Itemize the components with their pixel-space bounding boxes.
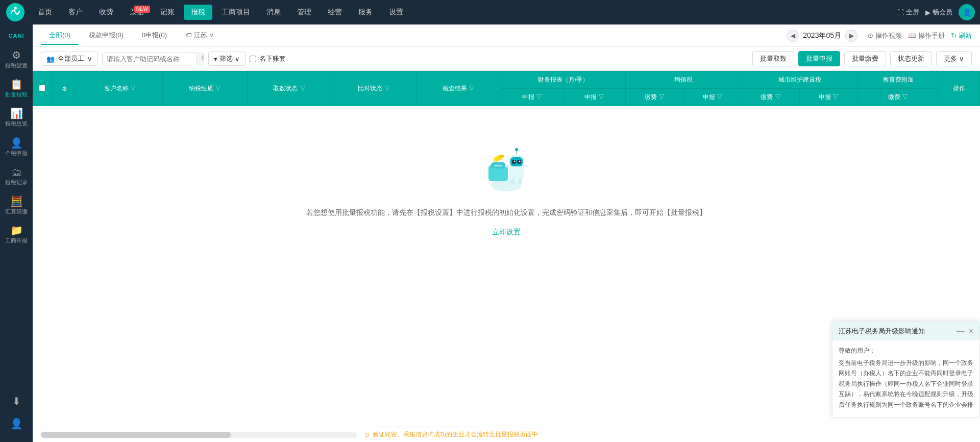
nav-message[interactable]: 消息 xyxy=(259,5,288,20)
tax-records-icon: 🗂 xyxy=(11,167,21,177)
sidebar-item-personal-tax[interactable]: 👤 个税申报 xyxy=(0,133,33,162)
next-month-button[interactable]: ▶ xyxy=(845,30,857,42)
tab-all[interactable]: 全部(0) xyxy=(41,27,79,45)
th-edu-declare[interactable]: 申报 ▽ xyxy=(800,89,858,106)
top-right-actions: ⛶ 全屏 ▶ 畅会员 👤 xyxy=(897,4,975,20)
nav-business[interactable]: 工商项目 xyxy=(214,5,257,20)
refresh-button[interactable]: ↻ 刷新 xyxy=(951,31,972,40)
sidebar-item-user[interactable]: 👤 xyxy=(8,413,25,434)
nav-home[interactable]: 首页 xyxy=(31,5,59,20)
sidebar-item-tax-records[interactable]: 🗂 报税记录 xyxy=(0,162,33,191)
tax-settings-icon: ⚙ xyxy=(12,50,21,60)
operation-video-button[interactable]: ⊙ 操作视频 xyxy=(868,31,902,40)
nav-service[interactable]: 服务 xyxy=(351,5,380,20)
user-avatar[interactable]: 👤 xyxy=(959,4,975,20)
status-update-button[interactable]: 状态更新 xyxy=(890,51,932,66)
dropdown-icon: ∨ xyxy=(209,31,214,39)
download-icon: ⬇ xyxy=(12,396,21,406)
name-accounts-checkbox[interactable] xyxy=(250,56,256,62)
manual-icon: 📖 xyxy=(908,32,916,39)
checkbox-label: 名下账套 xyxy=(259,54,286,63)
vip-button[interactable]: ▶ 畅会员 xyxy=(925,8,952,17)
tax-overview-icon: 📊 xyxy=(10,108,23,118)
batch-declare-button[interactable]: 批量申报 xyxy=(798,51,840,66)
notification-title: 江苏电子税务局升级影响通知 xyxy=(839,327,925,336)
sidebar-item-batch-tax[interactable]: 📋 批量报税 xyxy=(0,74,33,103)
sidebar-item-annual-report[interactable]: 📁 工商年报 xyxy=(0,220,33,249)
nav-tax[interactable]: 报税 xyxy=(184,5,212,20)
svg-rect-17 xyxy=(505,165,510,167)
notification-close-button[interactable]: × xyxy=(969,327,973,336)
empty-state: 若您想使用批量报税功能，请先在【报税设置】中进行报税的初始化设置，完成密码验证和… xyxy=(33,106,980,267)
th-financial-declare[interactable]: 申报 ▽ xyxy=(501,89,564,106)
month-navigation: ◀ 2023年05月 ▶ xyxy=(787,30,857,42)
tabs-bar: 全部(0) 税款申报(0) 0申报(0) 🏷 江苏 ∨ ◀ 2023年05月 ▶… xyxy=(33,24,980,47)
horizontal-scrollbar[interactable] xyxy=(41,432,361,438)
th-financial-report: 财务报表（月/季） xyxy=(501,71,626,89)
search-button[interactable]: 🔍 xyxy=(197,53,204,65)
th-city-pay[interactable]: 缴费 ▽ xyxy=(742,89,800,106)
bottom-bar: ⊙ 验证账密、采集信息均成功的企业才会流转至批量报税页面中 xyxy=(33,427,980,442)
th-customer-name[interactable]: 客户名称 ▽ xyxy=(78,71,163,106)
setup-link[interactable]: 立即设置 xyxy=(492,228,521,237)
th-compare-status[interactable]: 比对状态 ▽ xyxy=(332,71,416,106)
th-vat-pay[interactable]: 缴费 ▽ xyxy=(626,89,684,106)
nav-ticket[interactable]: 票据 NEW xyxy=(122,5,151,20)
th-vat-declare[interactable]: 申报 ▽ xyxy=(564,89,626,106)
th-edu-pay[interactable]: 缴费 ▽ xyxy=(857,89,939,106)
th-checkbox[interactable] xyxy=(33,71,52,106)
tab-zero-declare[interactable]: 0申报(0) xyxy=(134,27,175,45)
user-icon: 👤 xyxy=(10,419,23,429)
svg-point-14 xyxy=(519,161,521,162)
tab-jiangsu[interactable]: 🏷 江苏 ∨ xyxy=(177,27,223,45)
scroll-track xyxy=(41,432,357,438)
toolbar-right-buttons: 批量取数 批量申报 批量缴费 状态更新 更多 ∨ xyxy=(752,51,972,66)
fullscreen-button[interactable]: ⛶ 全屏 xyxy=(897,8,919,17)
svg-rect-18 xyxy=(523,165,528,167)
app-logo[interactable] xyxy=(5,2,26,22)
more-button[interactable]: 更多 ∨ xyxy=(936,51,972,66)
svg-rect-19 xyxy=(511,179,515,184)
select-all-checkbox[interactable] xyxy=(39,85,45,91)
nav-settings[interactable]: 设置 xyxy=(382,5,410,20)
operation-manual-button[interactable]: 📖 操作手册 xyxy=(908,31,945,40)
notification-content: 受当前电子税务局进一步升级的影响，同一个政务网账号（办税人）名下的企业不能再同时… xyxy=(839,358,973,410)
sidebar-item-download[interactable]: ⬇ xyxy=(8,391,25,411)
th-fetch-status[interactable]: 取数状态 ▽ xyxy=(247,71,332,106)
th-operation: 操作 xyxy=(939,71,980,106)
nav-bookkeeping[interactable]: 记账 xyxy=(153,5,182,20)
fullscreen-icon: ⛶ xyxy=(897,9,904,16)
prev-month-button[interactable]: ◀ xyxy=(787,30,799,42)
notification-body: 尊敬的用户： 受当前电子税务局进一步升级的影响，同一个政务网账号（办税人）名下的… xyxy=(832,340,979,417)
toolbar: 👥 全部员工 ∨ 🔍 ▾ 筛选 ∨ 名下账套 批量取数 批量申报 批量缴费 xyxy=(33,47,980,71)
sidebar: CANI ⚙ 报税设置 📋 批量报税 📊 报税总览 👤 个税申报 🗂 报税记录 … xyxy=(0,24,33,442)
top-navigation: 首页 客户 收费 票据 NEW 记账 报税 工商项目 消息 管理 经营 服务 设… xyxy=(0,0,980,24)
select-arrow-icon: ∨ xyxy=(87,55,92,63)
nav-manage[interactable]: 管理 xyxy=(290,5,318,20)
svg-rect-20 xyxy=(518,179,522,184)
more-arrow-icon: ∨ xyxy=(959,55,964,63)
nav-customer[interactable]: 客户 xyxy=(61,5,90,20)
th-tax-nature[interactable]: 纳税性质 ▽ xyxy=(162,71,247,106)
empty-text: 若您想使用批量报税功能，请先在【报税设置】中进行报税的初始化设置，完成密码验证和… xyxy=(306,208,706,217)
sidebar-item-annual-settlement[interactable]: 🧮 汇算清缴 xyxy=(0,191,33,220)
tab-tax-declare[interactable]: 税款申报(0) xyxy=(81,27,132,45)
filter-icon: ▾ xyxy=(214,55,217,63)
sidebar-item-tax-overview[interactable]: 📊 报税总览 xyxy=(0,103,33,132)
filter-button[interactable]: ▾ 筛选 ∨ xyxy=(208,52,246,66)
th-check-result[interactable]: 检查结果 ▽ xyxy=(416,71,501,106)
avatar-icon: 👤 xyxy=(963,8,971,16)
notification-panel: 江苏电子税务局升级影响通知 — × 尊敬的用户： 受当前电子税务局进一步升级的影… xyxy=(832,321,980,418)
search-input[interactable] xyxy=(103,53,197,65)
notification-minimize-button[interactable]: — xyxy=(957,327,965,336)
nav-fee[interactable]: 收费 xyxy=(92,5,120,20)
batch-pay-button[interactable]: 批量缴费 xyxy=(844,51,886,66)
employee-select[interactable]: 👥 全部员工 ∨ xyxy=(41,52,98,66)
checkbox-wrap[interactable]: 名下账套 xyxy=(250,54,286,63)
th-city-declare[interactable]: 申报 ▽ xyxy=(683,89,742,106)
search-input-wrap: 🔍 xyxy=(102,53,204,65)
nav-operation[interactable]: 经营 xyxy=(321,5,349,20)
th-config[interactable]: ⚙ xyxy=(52,71,78,106)
sidebar-item-tax-settings[interactable]: ⚙ 报税设置 xyxy=(0,45,33,74)
batch-fetch-button[interactable]: 批量取数 xyxy=(752,51,794,66)
